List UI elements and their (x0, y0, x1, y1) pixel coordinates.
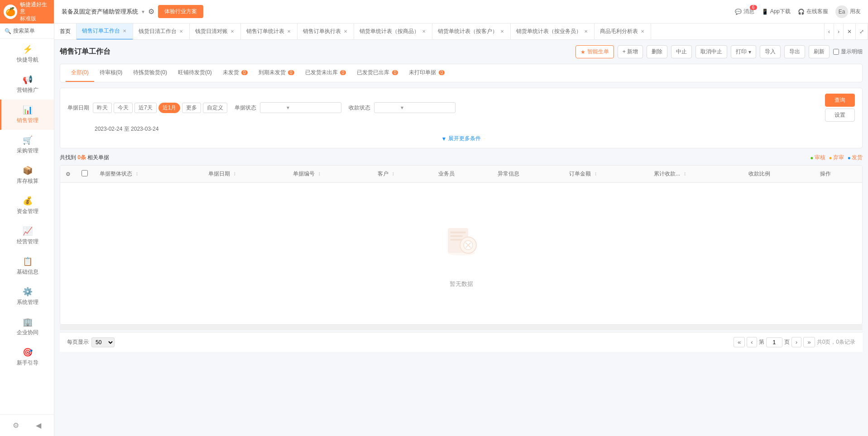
tab-sale-stats-product[interactable]: 销货单统计表（按商品） ✕ (354, 24, 432, 40)
smart-create-btn[interactable]: ★ 智能生单 (575, 45, 614, 58)
col-actions: 操作 (815, 166, 862, 183)
tab-sale-stats-client[interactable]: 销货单统计表（按客户） ✕ (432, 24, 511, 40)
show-detail-checkbox[interactable] (833, 49, 839, 55)
collected-sort-icon[interactable]: ↕ (683, 171, 686, 177)
sidebar-item-quick-nav[interactable]: ⚡ 快捷导航 (0, 39, 54, 69)
date-more[interactable]: 更多 (182, 103, 201, 113)
date-yesterday[interactable]: 昨天 (93, 103, 112, 113)
show-detail-label[interactable]: 显示明细 (833, 48, 863, 56)
topbar-gear-icon[interactable]: ⚙ (148, 7, 154, 16)
tab-next-btn[interactable]: › (834, 24, 844, 40)
sidebar-item-operations[interactable]: 📈 经营管理 (0, 221, 54, 251)
sidebar-search[interactable]: 🔍 搜索菜单 (0, 24, 54, 39)
settings-icon[interactable]: ⚙ (11, 419, 21, 431)
col-settings-icon[interactable]: ⚙ (66, 171, 71, 177)
filter-tab-wangpu[interactable]: 旺铺待发货(0) (173, 64, 217, 82)
date-today[interactable]: 今天 (114, 103, 133, 113)
app-download-btn[interactable]: 📱 App下载 (762, 8, 791, 15)
service-icon: 🎧 (798, 9, 805, 15)
tab-sales-stats[interactable]: 销售订单统计表 ✕ (241, 24, 297, 40)
tab-close-sales-stats[interactable]: ✕ (286, 28, 292, 35)
sidebar-item-system[interactable]: ⚙️ 系统管理 (0, 281, 54, 312)
date-sort-icon[interactable]: ↕ (233, 171, 236, 177)
date-custom[interactable]: 自定义 (203, 103, 227, 113)
filter-tab-shipped-out[interactable]: 已发货已出库 0 (351, 64, 403, 82)
filter-tab-not-printed[interactable]: 未打印单据 0 (403, 64, 450, 82)
date-last7[interactable]: 近7天 (134, 103, 157, 113)
search-settings-btn[interactable]: 设置 (825, 109, 855, 122)
import-btn[interactable]: 导入 (760, 45, 781, 58)
amount-sort-icon[interactable]: ↕ (594, 171, 597, 177)
tab-sales-order[interactable]: 销售订单工作台 ✕ (77, 24, 133, 40)
system-dropdown-arrow[interactable]: ▾ (142, 9, 144, 15)
sidebar-item-guide[interactable]: 🎯 新手引导 (0, 342, 54, 372)
tab-sales-exec[interactable]: 销售订单执行表 ✕ (297, 24, 354, 40)
sidebar-item-basic-info[interactable]: 📋 基础信息 (0, 251, 54, 281)
sidebar-item-enterprise[interactable]: 🏢 企业协同 (0, 312, 54, 342)
collapse-icon[interactable]: ◀ (34, 419, 43, 431)
refresh-btn[interactable]: 刷新 (809, 45, 830, 58)
tab-close-sales-exec[interactable]: ✕ (343, 28, 348, 35)
filter-tab-not-shipped[interactable]: 未发货 0 (217, 64, 253, 82)
select-all-checkbox[interactable] (82, 170, 88, 176)
page-size-dropdown[interactable]: 10 20 50 100 (91, 337, 115, 347)
status-select[interactable]: ▾ (260, 102, 341, 113)
sidebar-item-purchase[interactable]: 🛒 采购管理 (0, 130, 54, 160)
tab-cash-reconcile[interactable]: 钱货日清对账 ✕ (190, 24, 241, 40)
add-btn[interactable]: + 新增 (618, 45, 643, 58)
export-btn[interactable]: 导出 (784, 45, 805, 58)
status-sort-icon[interactable]: ↕ (135, 171, 138, 177)
cancel-review-action[interactable]: ● 弃审 (829, 154, 844, 161)
cancel-stop-btn[interactable]: 取消中止 (695, 45, 727, 58)
online-service-btn[interactable]: 🎧 在线客服 (798, 8, 828, 15)
tab-close-product-profit[interactable]: ✕ (640, 28, 645, 35)
sidebar-item-inventory[interactable]: 📦 库存核算 (0, 160, 54, 190)
message-btn[interactable]: 💬 消息 6 (735, 8, 754, 15)
expand-conditions-btn[interactable]: ▼ 展开更多条件 (441, 135, 481, 142)
payment-select[interactable]: ▾ (374, 102, 456, 113)
next-page-btn[interactable]: › (791, 337, 801, 347)
tab-expand-btn[interactable]: ⤢ (856, 24, 868, 40)
sidebar-item-finance[interactable]: 💰 资金管理 (0, 190, 54, 221)
tab-home[interactable]: 首页 (54, 24, 77, 40)
filter-tab-pending-review[interactable]: 待审核(0) (94, 64, 128, 82)
tab-product-profit[interactable]: 商品毛利分析表 ✕ (595, 24, 651, 40)
sidebar-item-sales[interactable]: 📊 销售管理 (0, 100, 54, 130)
review-action[interactable]: ● 审核 (810, 154, 825, 161)
tab-close-sale-stats-staff[interactable]: ✕ (583, 28, 589, 35)
system-name: 装备及固定资产辅助管理系统 (62, 8, 138, 16)
filter-tab-pending-inspect[interactable]: 待拣货验货(0) (128, 64, 173, 82)
ship-action[interactable]: ● 发货 (848, 154, 863, 161)
tab-close-cash-daily[interactable]: ✕ (178, 28, 184, 35)
tab-close-sale-stats-client[interactable]: ✕ (499, 28, 505, 35)
last-page-btn[interactable]: » (803, 337, 815, 347)
tab-cash-daily[interactable]: 钱货日清工作台 ✕ (133, 24, 190, 40)
filter-tab-overdue[interactable]: 到期未发货 0 (253, 64, 300, 82)
print-btn[interactable]: 打印 ▾ (731, 45, 756, 58)
industry-btn[interactable]: 体验行业方案 (158, 5, 203, 18)
tab-close-cash-reconcile[interactable]: ✕ (230, 28, 235, 35)
customer-sort-icon[interactable]: ↕ (392, 171, 394, 177)
prev-page-btn[interactable]: ‹ (747, 337, 757, 347)
col-number: 单据编号 ↕ (288, 166, 372, 183)
number-sort-icon[interactable]: ↕ (318, 171, 321, 177)
search-icon: 🔍 (5, 28, 11, 34)
search-actions: 查询 设置 (825, 94, 855, 122)
horizontal-scrollbar[interactable] (60, 325, 863, 330)
tab-close-all-btn[interactable]: ✕ (844, 24, 856, 40)
tab-close-sale-stats-product[interactable]: ✕ (421, 28, 427, 35)
filter-tab-shipped-not-out[interactable]: 已发货未出库 0 (300, 64, 352, 82)
user-info[interactable]: Ea 用友 (835, 5, 861, 18)
table-header-row: ⚙ 单据整体状态 ↕ 单据日期 ↕ (60, 166, 862, 183)
tab-close-sales-order[interactable]: ✕ (122, 28, 127, 34)
filter-tab-all[interactable]: 全部(0) (66, 64, 94, 82)
first-page-btn[interactable]: « (734, 337, 745, 347)
date-last1m[interactable]: 近1月 (158, 103, 181, 113)
search-query-btn[interactable]: 查询 (825, 94, 855, 107)
stop-btn[interactable]: 中止 (671, 45, 692, 58)
delete-btn[interactable]: 删除 (647, 45, 667, 58)
tab-sale-stats-staff[interactable]: 销货单统计表（按业务员） ✕ (511, 24, 595, 40)
tab-prev-btn[interactable]: ‹ (825, 24, 834, 40)
sidebar-item-marketing[interactable]: 📢 营销推广 (0, 69, 54, 100)
page-number-input[interactable] (766, 337, 782, 347)
